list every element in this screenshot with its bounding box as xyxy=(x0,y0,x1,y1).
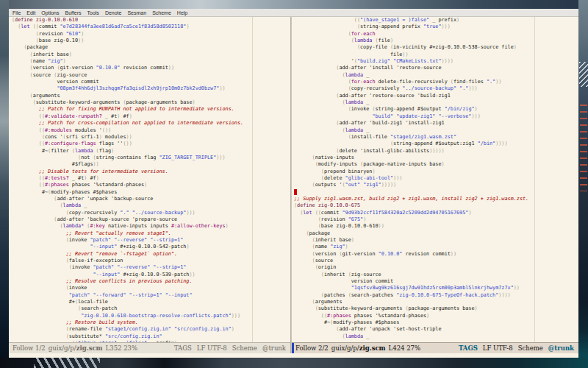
encoding-indicator[interactable]: LF UTF-8 xyxy=(197,344,227,352)
right-window-code[interactable]: (("(have_stage1 = )false" _ prefix) (str… xyxy=(292,17,578,342)
code-line[interactable]: (add-after 'backup-source 'prepare-sourc… xyxy=(12,216,290,223)
code-line[interactable]: (define zig-0.10.0-675 xyxy=(294,202,578,209)
code-line[interactable]: (not (string-contains flag "ZIG_TARGET_T… xyxy=(12,155,290,161)
code-line[interactable]: (substitute-keyword-arguments (package-a… xyxy=(294,305,578,312)
buffer-name[interactable]: zig.scm xyxy=(359,344,386,352)
code-line[interactable]: ;; Patch for cross-compilation not appli… xyxy=(12,120,290,127)
code-line[interactable]: (name "zig") xyxy=(294,244,578,250)
code-line[interactable]: (prepend binaryen) xyxy=(294,169,578,175)
code-line[interactable]: (base zig-0.10)) xyxy=(12,38,290,44)
code-line[interactable]: (rename-file "stage1/config.zig.in" "src… xyxy=(12,326,290,333)
code-line[interactable]: (delete "glibc-abi-tool"))) xyxy=(294,175,578,182)
code-line[interactable]: "--input" #+zig-0.10.0-542-patch) xyxy=(12,244,290,250)
major-mode-indicator[interactable]: Scheme xyxy=(232,344,257,352)
menu-item-options[interactable]: Options xyxy=(41,10,59,15)
code-line[interactable]: (add-after 'restore-source 'build-zig1 xyxy=(294,93,578,99)
code-line[interactable]: #~(modify-phases #$phases xyxy=(294,319,578,326)
vc-branch-indicator[interactable]: @trunk xyxy=(262,344,286,352)
code-line[interactable]: (define zig-0.10.0-610 xyxy=(12,17,290,24)
code-line[interactable]: ((#:phases phases '%standard-phases) xyxy=(294,313,578,319)
code-line[interactable]: #+(local-file xyxy=(12,299,290,305)
code-line[interactable]: (delete 'install-glibc-abilists))))) xyxy=(294,148,578,155)
code-line[interactable]: (modify-inputs (package-native-inputs ba… xyxy=(294,161,578,168)
code-line[interactable]: (false-if-exception xyxy=(12,258,290,264)
code-line[interactable]: (string-append prefix "true"))) xyxy=(294,24,578,30)
buffer-path[interactable]: guix/g/p/zig.scm xyxy=(49,344,103,352)
code-line[interactable]: (add-after 'build-zig1 'install-zig1 xyxy=(294,120,578,127)
menu-item-denote[interactable]: Denote xyxy=(105,10,122,15)
encoding-indicator[interactable]: LF UTF-8 xyxy=(483,344,513,352)
code-line[interactable]: "build" "update-zig1" "--verbose"))) xyxy=(294,113,578,120)
code-line[interactable]: (arguments xyxy=(12,93,290,99)
code-line[interactable]: (string-append #$output:zig1 "/bin")))) xyxy=(294,141,578,147)
code-line[interactable]: "zig-0.10.0-610-bootstrap-resolve-confli… xyxy=(12,313,290,319)
code-line[interactable] xyxy=(294,189,578,196)
code-line[interactable]: #~(modify-phases #$phases xyxy=(12,189,290,196)
code-line[interactable]: (inherit (zig-source xyxy=(294,272,578,278)
code-line[interactable]: ;; Revert "actually remove stage1". xyxy=(12,230,290,237)
code-line[interactable]: (outputs '("out" "zig1"))))) xyxy=(294,182,578,188)
code-line[interactable]: ((#:modules modules '()) xyxy=(12,127,290,134)
code-line[interactable]: "--input" #+zig-0.10.0-539-patch)) xyxy=(12,272,290,278)
code-line[interactable]: (inherit base) xyxy=(12,52,290,58)
menu-item-sesman[interactable]: Sesman xyxy=(127,10,146,15)
menu-item-help[interactable]: Help xyxy=(177,10,187,15)
code-line[interactable]: version commit xyxy=(12,79,290,85)
code-line[interactable]: ;; Restore build system. xyxy=(12,319,290,326)
code-line[interactable]: ;; Patch for fixing RUNPATH not applied … xyxy=(12,106,290,113)
code-line[interactable]: ;; Resolve conflicts in previous patchin… xyxy=(12,278,290,285)
code-line[interactable]: version commit xyxy=(294,278,578,285)
code-line[interactable]: ((#:phases phases '%standard-phases) xyxy=(12,182,290,188)
code-line[interactable]: (invoke "patch" "--reverse" "--strip=1" xyxy=(12,237,290,244)
code-line[interactable]: (("(have_stage1 = )false" _ prefix) xyxy=(294,17,578,24)
code-line[interactable]: (for-each delete-file-recursively (find-… xyxy=(294,79,578,85)
code-line[interactable]: (lambda _ xyxy=(294,99,578,106)
vc-branch-indicator[interactable]: @trunk xyxy=(548,344,574,352)
left-window[interactable]: (define zig-0.10.0-610 (let ((commit "e7… xyxy=(9,17,290,353)
code-line[interactable]: (package xyxy=(294,230,578,237)
menu-item-file[interactable]: File xyxy=(12,10,21,15)
code-line[interactable]: (revision "610") xyxy=(12,31,290,38)
left-window-code[interactable]: (define zig-0.10.0-610 (let ((commit "e7… xyxy=(9,17,290,342)
code-line[interactable]: (patches (search-patches "zig-0.10.0-675… xyxy=(294,292,578,299)
code-line[interactable]: "patch" "--forward" "--strip=1" "--input… xyxy=(12,292,290,299)
code-line[interactable]: (let ((commit "e7d28344fa3ee81d6ad7ca5ce… xyxy=(12,24,290,30)
code-line[interactable]: (arguments xyxy=(294,299,578,305)
echo-area[interactable] xyxy=(9,353,578,358)
modeline-left[interactable]: Follow 1/2 guix/g/p/zig.scm L352 23% TAG… xyxy=(9,342,290,353)
code-line[interactable]: ((#:configure-flags flags ''()) xyxy=(12,141,290,147)
buffer-name[interactable]: zig.scm xyxy=(76,344,103,352)
code-line[interactable]: (base zig-0.10.0-610)) xyxy=(294,223,578,230)
buffer-path[interactable]: guix/g/p/zig.scm xyxy=(331,344,386,352)
code-line[interactable]: "08pm3f4hh6djl3szhqgm7fa3qisdl2xh9jrp10m… xyxy=(12,85,290,92)
code-line[interactable]: (copy-recursively "." "../source-backup"… xyxy=(12,210,290,216)
code-line[interactable]: (lambda _ xyxy=(12,202,290,209)
code-line[interactable]: (add-after 'unpack 'backup-source xyxy=(12,196,290,202)
code-line[interactable]: (install-file "stage1/zig1.wasm.zst" xyxy=(294,134,578,141)
code-line[interactable]: ;; Disable tests for intermediate versio… xyxy=(12,169,290,175)
code-line[interactable]: (lambda* (#:key native-inputs inputs #:a… xyxy=(12,223,290,230)
code-line[interactable]: (revision "675") xyxy=(294,216,578,223)
major-mode-indicator[interactable]: Scheme xyxy=(518,344,543,352)
code-line[interactable]: (add-after 'install 'restore-source xyxy=(294,65,578,71)
code-line[interactable]: ;; Supply zig1.wasm.zst, build zig2 + zi… xyxy=(294,196,578,202)
code-line[interactable]: (source (zig-source xyxy=(12,72,290,79)
code-line[interactable]: (native-inputs xyxy=(294,155,578,161)
code-line[interactable]: ((#:validate-runpath? _ #t) #f) xyxy=(12,113,290,120)
cursor-position[interactable]: L352 23% xyxy=(106,344,137,352)
code-line[interactable]: #$flags)) xyxy=(12,161,290,168)
code-line[interactable]: ((#:tests? _ #t) #f) xyxy=(12,175,290,182)
code-line[interactable]: (name "zig") xyxy=(12,58,290,65)
code-line[interactable]: (lambda _ xyxy=(294,72,578,79)
code-line[interactable]: (search-patch xyxy=(12,305,290,312)
cursor-position[interactable]: L424 27% xyxy=(389,344,420,352)
code-line[interactable]: (inherit base) xyxy=(294,237,578,244)
code-line[interactable]: (let ((commit "9d93b2ccf11f584320a2c5209… xyxy=(294,210,578,216)
menu-item-buffers[interactable]: Buffers xyxy=(65,10,81,15)
right-window[interactable]: (("(have_stage1 = )false" _ prefix) (str… xyxy=(292,17,578,353)
code-line[interactable]: (lambda (file) xyxy=(294,38,578,44)
code-line[interactable]: (package xyxy=(12,44,290,51)
code-line[interactable]: (invoke (string-append #$output "/bin/zi… xyxy=(294,106,578,113)
menu-item-edit[interactable]: Edit xyxy=(26,10,35,15)
code-line[interactable]: (lambda _ xyxy=(294,127,578,134)
